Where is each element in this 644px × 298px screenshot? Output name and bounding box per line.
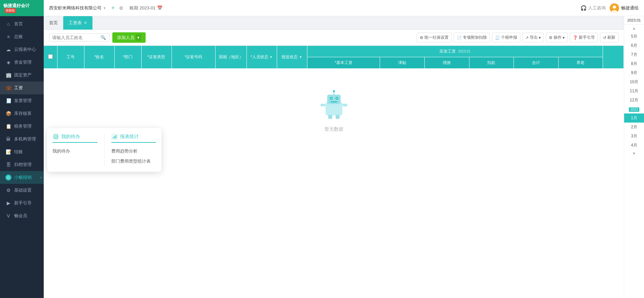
svg-rect-10 [320, 104, 326, 106]
sidebar-label-basic-settings: 基础设置 [14, 187, 32, 193]
popup-item-dept-cost[interactable]: 部门费用类型统计表 [111, 156, 156, 166]
search-input[interactable] [52, 35, 99, 40]
sidebar-collapse-icon: ‹ [40, 175, 42, 180]
popup-section-reports-title[interactable]: 报表统计 [111, 133, 156, 143]
company-info: 西安虾米网络科技有限公司 ▾ ＋ ⚙ 账期 2023-01 📅 [49, 4, 162, 11]
multi-org-icon: 🏛 [5, 136, 11, 142]
sidebar-label-new-guide: 新手引导 [14, 200, 32, 206]
svg-rect-4 [327, 95, 341, 104]
date-item-may[interactable]: 5月 [624, 32, 644, 41]
special-deduct-btn[interactable]: 📄 专项附加扣除 [454, 33, 490, 42]
sidebar-item-settlement[interactable]: 📝 结账 [0, 145, 44, 158]
sidebar-item-general-ledger[interactable]: ≡ 总账 [0, 30, 44, 43]
date-item-sep[interactable]: 9月 [624, 68, 644, 77]
date-item-jan-active[interactable]: 1月 [624, 113, 644, 123]
sidebar-item-xiaochang-report[interactable]: G 小畅报销 ‹ [0, 171, 44, 184]
tab-home[interactable]: 首页 [44, 16, 63, 30]
sidebar-label-multi-org: 多机构管理 [14, 136, 36, 142]
empty-illustration [317, 89, 351, 122]
add-person-button[interactable]: 添加人员 ▾ [112, 32, 146, 43]
sidebar-item-fixed-assets[interactable]: 🏢 固定资产 [0, 69, 44, 81]
invoice-mgmt-icon: 🧾 [5, 98, 11, 103]
sidebar-item-home[interactable]: ⌂ 首页 [0, 18, 44, 30]
avatar-image [610, 3, 619, 13]
sidebar-item-tax-mgmt[interactable]: 📋 税务管理 [0, 120, 44, 133]
th-idtype: *证签类型 [141, 46, 172, 68]
date-sidebar-title: 2023.01 [624, 16, 644, 25]
sidebar-label-archive-mgmt: 归档管理 [14, 162, 32, 168]
period-in-header: 2023.01 [458, 49, 470, 53]
date-item-dec[interactable]: 12月 [624, 96, 644, 105]
th-checkbox [44, 46, 57, 68]
year-badge: 2023 [629, 107, 639, 112]
svg-rect-17 [113, 137, 114, 138]
tab-payroll[interactable]: 工资表 ✕ [63, 16, 92, 30]
sidebar-item-salary[interactable]: 💼 工资 [0, 81, 44, 94]
sidebar-label-cloud-report: 云报表中心 [14, 46, 36, 53]
sidebar-item-new-guide[interactable]: ▶ 新手引导 [0, 197, 44, 209]
company-settings-icon[interactable]: ⚙ [119, 5, 123, 11]
svg-point-1 [613, 5, 616, 9]
date-item-nov[interactable]: 11月 [624, 87, 644, 96]
sidebar-label-settlement: 结账 [14, 149, 23, 155]
popup-section-pending-title[interactable]: 我的待办 [52, 133, 98, 143]
sidebar-item-inventory[interactable]: 📦 库存核算 [0, 107, 44, 120]
date-item-jul[interactable]: 7月 [624, 50, 644, 59]
date-item-oct[interactable]: 10月 [624, 77, 644, 87]
sidebar-item-invoice-mgmt[interactable]: 🧾 发票管理 [0, 94, 44, 107]
date-nav-down-btn[interactable]: ▼ [631, 150, 638, 157]
sidebar-item-archive-mgmt[interactable]: 🗄 归档管理 [0, 158, 44, 171]
svg-rect-19 [116, 135, 116, 138]
popup-item-my-pending[interactable]: 我的待办 [52, 146, 98, 156]
sidebar-item-cloud-report[interactable]: ☁ 云报表中心 [0, 43, 44, 56]
add-company-button[interactable]: ＋ [110, 4, 116, 11]
edition-badge: 旗舰版 [5, 8, 16, 13]
new-guide-toolbar-icon: ❓ [573, 35, 578, 40]
individual-tax-btn[interactable]: 🧾 个税申报 [492, 33, 520, 42]
refresh-label: 刷新 [607, 35, 615, 40]
sidebar-label-fixed-assets: 固定资产 [14, 72, 32, 78]
sidebar-item-fund-mgmt[interactable]: ◈ 资金管理 [0, 56, 44, 69]
popup-col-reports: 报表统计 费用趋势分析 部门费用类型统计表 [111, 133, 156, 166]
select-all-checkbox[interactable] [48, 54, 53, 59]
date-item-aug[interactable]: 8月 [624, 59, 644, 68]
social-security-icon: ⚙ [420, 35, 423, 40]
date-item-mar[interactable]: 3月 [624, 132, 644, 141]
xiaochang-report-icon: G [5, 174, 11, 180]
table-header-row: 工号 *姓名 *部门 *证签类型 *证签号码 国籍（地区） *人员状态 ▼ 报送… [44, 46, 624, 57]
date-item-jun[interactable]: 6月 [624, 41, 644, 50]
popup-reports-label: 报表统计 [120, 134, 139, 140]
company-chevron-icon[interactable]: ▾ [104, 6, 106, 10]
date-item-feb[interactable]: 2月 [624, 123, 644, 132]
sidebar-item-chang-member[interactable]: V 畅会员 [0, 209, 44, 222]
user-info: 畅捷通组 [610, 3, 639, 13]
period-label: 账期 [129, 5, 138, 11]
sidebar-label-salary: 工资 [14, 85, 23, 91]
sidebar-item-basic-settings[interactable]: ⚙ 基础设置 [0, 184, 44, 197]
th-allowance: 津贴 [380, 57, 425, 69]
sidebar-item-multi-org[interactable]: 🏛 多机构管理 [0, 133, 44, 145]
popup-pending-label: 我的待办 [61, 134, 80, 140]
export-btn[interactable]: ↗ 导出 ▾ [522, 33, 544, 42]
tab-close-icon[interactable]: ✕ [84, 21, 87, 25]
date-item-apr[interactable]: 4月 [624, 141, 644, 150]
th-country: 国籍（地区） [215, 46, 247, 68]
refresh-btn[interactable]: ↺ 刷新 [600, 33, 618, 42]
new-guide-toolbar-btn[interactable]: ❓ 新手引导 [570, 33, 598, 42]
calendar-icon[interactable]: 📅 [157, 5, 162, 10]
inventory-icon: 📦 [5, 111, 11, 116]
sidebar-label-chang-member: 畅会员 [14, 213, 27, 219]
svg-rect-18 [114, 136, 115, 138]
social-security-btn[interactable]: ⚙ 统一社保设置 [417, 33, 452, 42]
table-wrap: 工号 *姓名 *部门 *证签类型 *证签号码 国籍（地区） *人员状态 ▼ 报送… [44, 46, 624, 298]
operations-btn[interactable]: ⚙ 操作 ▾ [546, 33, 568, 42]
status-filter-icon[interactable]: ▼ [269, 55, 273, 59]
report-filter-icon[interactable]: ▼ [299, 55, 302, 59]
date-nav-up-btn[interactable]: ▲ [631, 25, 638, 32]
support-button[interactable]: 🎧 人工咨询 [580, 5, 606, 11]
individual-tax-label: 个税申报 [501, 35, 517, 40]
popup-item-cost-trend[interactable]: 费用趋势分析 [111, 146, 156, 156]
th-base-salary: *基本工资 [307, 57, 380, 69]
pending-icon [52, 133, 59, 140]
header-right: 🎧 人工咨询 畅捷通组 [580, 3, 639, 13]
